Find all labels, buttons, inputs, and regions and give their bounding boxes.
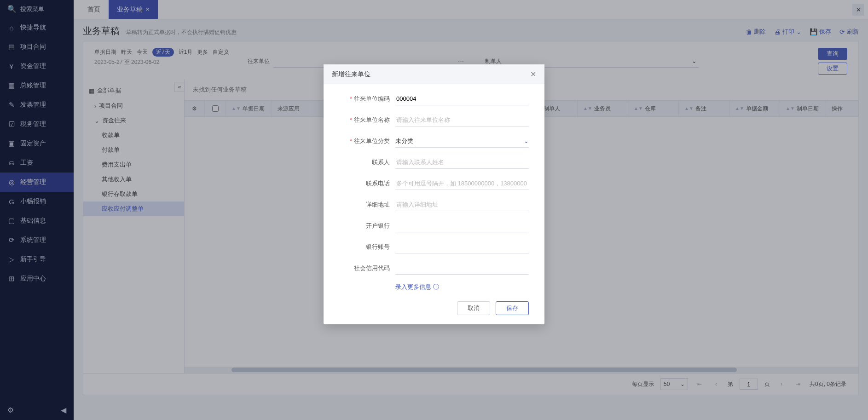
field-address-label: 详细地址: [366, 201, 390, 208]
modal-title: 新增往来单位: [332, 70, 370, 79]
field-bank-input[interactable]: [395, 219, 529, 232]
field-contact-label: 联系人: [372, 159, 390, 166]
field-account-label: 银行账号: [366, 243, 390, 250]
field-credit-input[interactable]: [395, 262, 529, 275]
field-account-input[interactable]: [395, 241, 529, 253]
field-bank-label: 开户银行: [366, 222, 390, 229]
modal-new-unit: 新增往来单位 ✕ *往来单位编码 *往来单位名称 *往来单位分类 未分类⌄ 联系…: [324, 64, 544, 324]
field-credit-label: 社会信用代码: [354, 265, 390, 271]
field-address-input[interactable]: [395, 198, 529, 211]
chevron-down-icon: ⌄: [524, 138, 529, 144]
field-name-label: 往来单位名称: [354, 116, 390, 123]
modal-close-button[interactable]: ✕: [530, 70, 536, 79]
field-code-input[interactable]: [395, 92, 529, 105]
field-phone-input[interactable]: [395, 177, 529, 190]
modal-cancel-button[interactable]: 取消: [457, 301, 490, 315]
help-icon: ⓘ: [433, 283, 439, 291]
modal-save-button[interactable]: 保存: [496, 301, 529, 315]
field-name-input[interactable]: [395, 114, 529, 127]
field-category-select[interactable]: 未分类⌄: [395, 135, 529, 148]
modal-overlay: 新增往来单位 ✕ *往来单位编码 *往来单位名称 *往来单位分类 未分类⌄ 联系…: [0, 0, 868, 420]
field-contact-input[interactable]: [395, 156, 529, 169]
more-info-link[interactable]: 录入更多信息ⓘ: [395, 283, 529, 291]
field-category-label: 往来单位分类: [354, 138, 390, 144]
field-phone-label: 联系电话: [366, 180, 390, 187]
field-code-label: 往来单位编码: [354, 95, 390, 102]
